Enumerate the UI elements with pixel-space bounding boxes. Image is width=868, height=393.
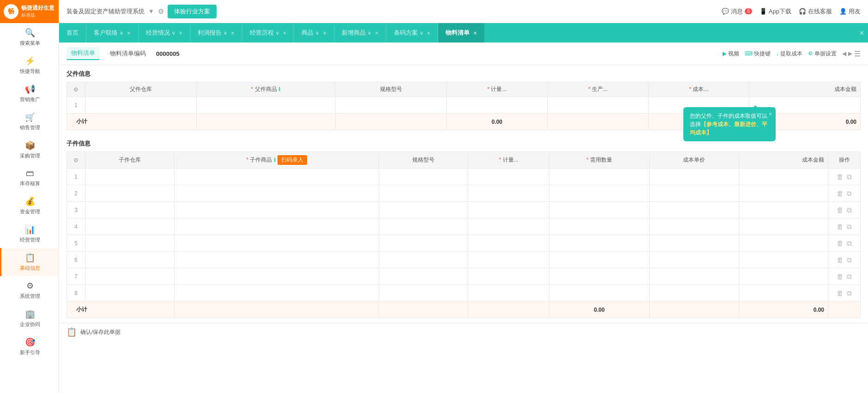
page-tab-bom-list[interactable]: 物料清单 — [66, 47, 100, 60]
parent-goods-1[interactable] — [196, 97, 335, 114]
child-unit-cost-3[interactable] — [650, 202, 739, 218]
delete-icon-5[interactable]: 🗑 — [837, 239, 844, 247]
scan-btn[interactable]: 扫码录入 — [277, 155, 307, 165]
child-warehouse-2[interactable] — [85, 185, 175, 202]
sidebar-item-system[interactable]: ⚙ 系统管理 — [0, 276, 59, 304]
child-unit-8[interactable] — [468, 285, 549, 302]
tab-new-goods[interactable]: 新增商品 ∨ × — [334, 23, 386, 42]
delete-icon-7[interactable]: 🗑 — [837, 272, 844, 280]
child-unit-3[interactable] — [468, 202, 549, 218]
delete-icon-4[interactable]: 🗑 — [837, 223, 844, 230]
child-qty-3[interactable] — [549, 202, 649, 218]
child-unit-2[interactable] — [468, 185, 549, 202]
copy-icon-2[interactable]: ⧉ — [847, 189, 852, 197]
sidebar-item-marketing[interactable]: 📢 营销推广 — [0, 79, 59, 108]
child-qty-1[interactable] — [549, 169, 649, 185]
child-spec-3[interactable] — [379, 202, 468, 218]
tab-barcode-close[interactable]: × — [427, 30, 431, 36]
shortcut-btn[interactable]: ⌨ 快捷键 — [745, 50, 771, 58]
child-goods-1[interactable] — [175, 169, 379, 185]
tab-customers[interactable]: 客户联络 ∨ × — [86, 23, 139, 42]
exp-btn[interactable]: 体验行业方案 — [168, 5, 217, 18]
child-unit-cost-8[interactable] — [650, 285, 739, 302]
tab-history[interactable]: 经营历程 ∨ × — [242, 23, 295, 42]
col-settings-icon[interactable]: ⚙ — [73, 86, 78, 93]
single-setting-btn[interactable]: ⚙ 单据设置 — [808, 50, 837, 58]
child-unit-6[interactable] — [468, 252, 549, 268]
message-btn[interactable]: 💬 消息 6 — [722, 7, 752, 16]
child-qty-7[interactable] — [549, 268, 649, 285]
child-goods-5[interactable] — [175, 235, 379, 252]
child-qty-4[interactable] — [549, 218, 649, 235]
child-warehouse-7[interactable] — [85, 268, 175, 285]
copy-icon-3[interactable]: ⧉ — [847, 206, 852, 214]
sidebar-item-guide[interactable]: 🎯 新手引导 — [0, 333, 59, 361]
tab-home[interactable]: 首页 — [59, 23, 86, 42]
sidebar-item-enterprise[interactable]: 🏢 企业协同 — [0, 304, 59, 333]
delete-icon-1[interactable]: 🗑 — [837, 173, 844, 181]
child-goods-8[interactable] — [175, 285, 379, 302]
child-spec-1[interactable] — [379, 169, 468, 185]
child-unit-7[interactable] — [468, 268, 549, 285]
sidebar-item-purchase[interactable]: 📦 采购管理 — [0, 136, 59, 164]
sidebar-item-finance[interactable]: 💰 资金管理 — [0, 192, 59, 220]
app-download-btn[interactable]: 📱 App下载 — [760, 7, 791, 16]
child-warehouse-8[interactable] — [85, 285, 175, 302]
extract-cost-btn[interactable]: ↓ 提取成本 — [776, 50, 802, 58]
child-unit-cost-1[interactable] — [650, 169, 739, 185]
child-warehouse-4[interactable] — [85, 218, 175, 235]
delete-icon-3[interactable]: 🗑 — [837, 206, 844, 214]
child-info-icon[interactable]: ℹ — [274, 157, 276, 163]
child-col-settings-icon[interactable]: ⚙ — [73, 157, 78, 163]
child-goods-4[interactable] — [175, 218, 379, 235]
nav-prev-icon[interactable]: ◀ — [842, 50, 846, 57]
sidebar-item-basic-info[interactable]: 📋 基础信息 — [0, 248, 59, 276]
sidebar-item-operations[interactable]: 📊 经营管理 — [0, 220, 59, 248]
child-warehouse-5[interactable] — [85, 235, 175, 252]
tab-close-all[interactable]: ✕ — [856, 30, 868, 36]
delete-icon-8[interactable]: 🗑 — [837, 289, 844, 297]
copy-icon-5[interactable]: ⧉ — [847, 239, 852, 247]
child-warehouse-3[interactable] — [85, 202, 175, 218]
copy-icon-1[interactable]: ⧉ — [847, 173, 852, 181]
child-goods-6[interactable] — [175, 252, 379, 268]
user-btn[interactable]: 👤 用友 — [839, 7, 861, 16]
child-spec-5[interactable] — [379, 235, 468, 252]
tab-profit-close[interactable]: × — [231, 30, 235, 36]
child-unit-cost-4[interactable] — [650, 218, 739, 235]
dropdown-arrow-icon[interactable]: ▼ — [148, 8, 154, 15]
child-spec-7[interactable] — [379, 268, 468, 285]
sidebar-item-quick-nav[interactable]: ⚡ 快捷导航 — [0, 51, 59, 79]
child-qty-8[interactable] — [549, 285, 649, 302]
tab-new-goods-close[interactable]: × — [375, 30, 379, 36]
parent-unit-1[interactable] — [446, 97, 548, 114]
tab-bom[interactable]: 物料清单 × — [438, 23, 485, 42]
child-warehouse-6[interactable] — [85, 252, 175, 268]
child-spec-8[interactable] — [379, 285, 468, 302]
tab-barcode[interactable]: 条码方案 ∨ × — [386, 23, 439, 42]
info-icon[interactable]: ℹ — [278, 86, 281, 92]
child-goods-3[interactable] — [175, 202, 379, 218]
tab-goods-close[interactable]: × — [323, 30, 326, 36]
tab-operations-close[interactable]: × — [179, 30, 183, 36]
child-unit-4[interactable] — [468, 218, 549, 235]
copy-icon-4[interactable]: ⧉ — [847, 223, 852, 230]
tab-goods[interactable]: 商品 ∨ × — [294, 23, 334, 42]
sidebar-item-search[interactable]: 🔍 搜索菜单 — [0, 23, 59, 51]
child-unit-cost-7[interactable] — [650, 268, 739, 285]
copy-icon-7[interactable]: ⧉ — [847, 272, 852, 280]
tab-bom-close[interactable]: × — [473, 30, 477, 36]
child-qty-2[interactable] — [549, 185, 649, 202]
child-spec-6[interactable] — [379, 252, 468, 268]
delete-icon-6[interactable]: 🗑 — [837, 256, 844, 264]
copy-icon-8[interactable]: ⧉ — [847, 289, 852, 297]
tab-profit[interactable]: 利润报告 ∨ × — [190, 23, 242, 42]
child-warehouse-1[interactable] — [85, 169, 175, 185]
tab-history-close[interactable]: × — [283, 30, 287, 36]
child-unit-cost-6[interactable] — [650, 252, 739, 268]
nav-next-icon[interactable]: ▶ — [848, 50, 852, 57]
tab-customers-close[interactable]: × — [127, 30, 131, 36]
child-unit-1[interactable] — [468, 169, 549, 185]
child-spec-2[interactable] — [379, 185, 468, 202]
parent-spec-1[interactable] — [335, 97, 446, 114]
